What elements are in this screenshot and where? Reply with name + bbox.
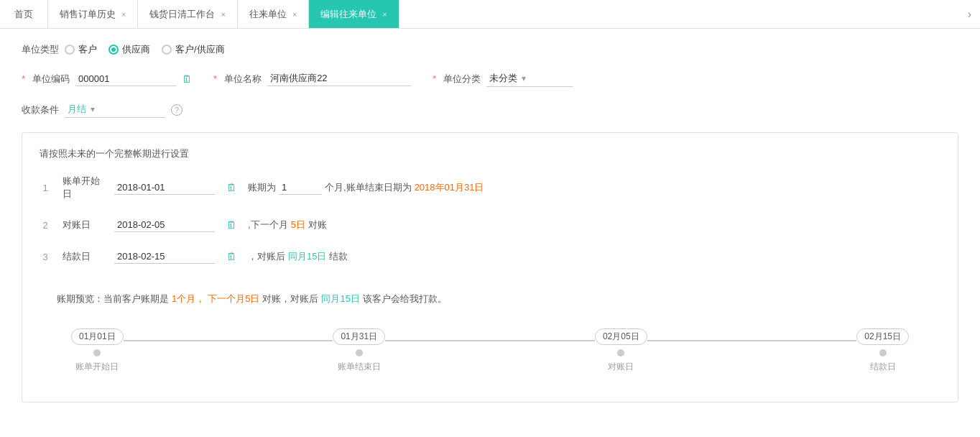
tab-edit-partner[interactable]: 编辑往来单位 ×	[309, 0, 399, 28]
payment-terms-field: 收款条件 月结 ▾ ?	[22, 101, 182, 118]
unit-code-field: * 单位编码 🗓	[22, 72, 192, 86]
radio-both[interactable]: 客户/供应商	[162, 43, 225, 56]
period-desc-3: ，对账后 同月15日 结款	[248, 250, 348, 263]
period-label-1: 账单开始日	[63, 175, 103, 201]
preview-text: 账期预览：当前客户账期是 1个月， 下一个月5日 对账，对账后 同月15日 该客…	[40, 281, 940, 317]
period-calendar-icon-3[interactable]: 🗓	[226, 251, 236, 262]
timeline-badge-2: 01月31日	[333, 328, 385, 345]
payment-terms-chevron-down-icon: ▾	[91, 104, 95, 114]
tab-close-cash-work[interactable]: ×	[221, 10, 225, 19]
timeline-node-3: 02月05日 对账日	[595, 328, 647, 373]
main-content: 单位类型 客户 供应商 客户/供应商 * 单位编码	[0, 29, 980, 437]
unit-category-dropdown[interactable]: 未分类 ▾	[486, 70, 573, 87]
preview-part5: 该客户会给我打款。	[363, 293, 447, 305]
timeline-line-3	[647, 340, 857, 341]
unit-name-label: 单位名称	[224, 73, 262, 86]
timeline-section: 01月01日 账单开始日 01月31日 账单结束日 02月05日	[40, 317, 940, 387]
radio-label-customer: 客户	[78, 43, 97, 56]
unit-code-label: 单位编码	[32, 73, 70, 86]
unit-name-field: * 单位名称	[213, 72, 411, 86]
timeline-line-1	[124, 340, 333, 341]
preview-part2: 下一个月5日	[208, 293, 259, 305]
timeline-dot-2	[356, 349, 363, 356]
period-desc-suffix-1: 个月,账单结束日期为	[325, 181, 412, 194]
unit-name-input[interactable]	[267, 72, 411, 86]
preview-part4: 同月15日	[321, 293, 359, 305]
timeline-label-2: 账单结束日	[338, 361, 381, 373]
period-calendar-icon-2[interactable]: 🗓	[226, 219, 236, 231]
payment-terms-help-icon[interactable]: ?	[171, 104, 182, 116]
timeline-label-3: 对账日	[608, 361, 634, 373]
radio-circle-supplier	[108, 45, 119, 55]
timeline-label-4: 结款日	[870, 361, 896, 373]
period-date-input-1[interactable]	[114, 180, 215, 195]
period-calendar-icon-1[interactable]: 🗓	[226, 182, 236, 193]
unit-code-input[interactable]	[75, 72, 176, 86]
unit-name-required: *	[213, 73, 217, 84]
period-label-3: 结款日	[63, 250, 103, 263]
timeline-badge-1: 01月01日	[71, 328, 124, 345]
tab-close-edit-partner[interactable]: ×	[382, 10, 387, 19]
unit-category-value: 未分类	[489, 72, 517, 85]
code-name-category-row: * 单位编码 🗓 * 单位名称 * 单位分类 未分类 ▾	[22, 70, 958, 87]
period-num-2: 2	[40, 220, 51, 231]
timeline-node-4: 02月15日 结款日	[856, 328, 909, 373]
period-settings-box: 请按照未来的一个完整帐期进行设置 1 账单开始日 🗓 账期为 个月,账单结束日期…	[22, 132, 958, 402]
period-title: 请按照未来的一个完整帐期进行设置	[40, 147, 940, 160]
tab-bar: 首页 销售订单历史 × 钱货日清工作台 × 往来单位 × 编辑往来单位 × ›	[0, 0, 980, 29]
preview-part3: 对账，对账后	[262, 293, 318, 305]
period-desc-2: ,下一个月 5日 对账	[248, 218, 327, 231]
period-months-input[interactable]	[279, 180, 322, 195]
period-payment-day: 同月15日	[288, 250, 326, 263]
unit-category-required: *	[433, 73, 436, 84]
period-num-1: 1	[40, 183, 51, 193]
payment-terms-value: 月结	[68, 103, 86, 116]
period-date-input-3[interactable]	[114, 249, 215, 264]
period-desc-suffix-3: 结款	[329, 250, 348, 263]
preview-prefix: 账期预览：当前客户账期是	[57, 293, 169, 305]
payment-terms-label: 收款条件	[22, 104, 59, 116]
period-desc-1: 账期为 个月,账单结束日期为 2018年01月31日	[248, 180, 484, 195]
unit-category-label: 单位分类	[443, 73, 481, 86]
unit-code-required: *	[22, 73, 25, 84]
unit-category-field: * 单位分类 未分类 ▾	[433, 70, 573, 87]
timeline-node-2: 01月31日 账单结束日	[333, 328, 385, 373]
tab-close-partner[interactable]: ×	[292, 10, 297, 19]
preview-part1: 1个月，	[172, 293, 205, 305]
timeline-dot-3	[617, 349, 624, 356]
tab-cash-work[interactable]: 钱货日清工作台 ×	[138, 0, 237, 28]
period-row-1: 1 账单开始日 🗓 账期为 个月,账单结束日期为 2018年01月31日	[40, 175, 940, 201]
timeline-dot-1	[93, 349, 101, 356]
period-reconcile-day: 5日	[291, 218, 305, 231]
period-num-3: 3	[40, 252, 51, 262]
tab-close-sales-history[interactable]: ×	[121, 10, 126, 19]
category-chevron-down-icon: ▾	[522, 73, 526, 83]
timeline-label-1: 账单开始日	[75, 361, 119, 373]
radio-label-supplier: 供应商	[122, 43, 150, 56]
unit-code-icon[interactable]: 🗓	[182, 73, 192, 85]
payment-terms-row: 收款条件 月结 ▾ ?	[22, 101, 958, 118]
radio-supplier[interactable]: 供应商	[108, 43, 150, 56]
tab-sales-history[interactable]: 销售订单历史 ×	[48, 0, 138, 28]
period-label-2: 对账日	[63, 218, 103, 231]
tab-home[interactable]: 首页	[0, 0, 48, 28]
radio-label-both: 客户/供应商	[175, 43, 225, 56]
period-row-3: 3 结款日 🗓 ，对账后 同月15日 结款	[40, 249, 940, 264]
timeline-badge-3: 02月05日	[595, 328, 647, 345]
period-desc-prefix-1: 账期为	[248, 181, 276, 194]
period-desc-prefix-2: ,下一个月	[248, 218, 288, 231]
timeline-badge-4: 02月15日	[856, 328, 909, 345]
payment-terms-dropdown[interactable]: 月结 ▾	[65, 101, 165, 118]
tab-partner[interactable]: 往来单位 ×	[238, 0, 309, 28]
unit-type-field: 单位类型 客户 供应商 客户/供应商	[22, 43, 225, 56]
period-date-input-2[interactable]	[114, 218, 215, 232]
timeline-dot-4	[879, 349, 887, 356]
period-desc-prefix-3: ，对账后	[248, 250, 285, 263]
period-row-2: 2 对账日 🗓 ,下一个月 5日 对账	[40, 218, 940, 232]
radio-customer[interactable]: 客户	[65, 43, 97, 56]
unit-type-label: 单位类型	[22, 43, 59, 56]
tab-arrow-right[interactable]: ›	[959, 0, 980, 28]
timeline-line-2	[385, 340, 595, 341]
period-desc-suffix-2: 对账	[308, 218, 327, 231]
radio-circle-both	[162, 45, 172, 55]
